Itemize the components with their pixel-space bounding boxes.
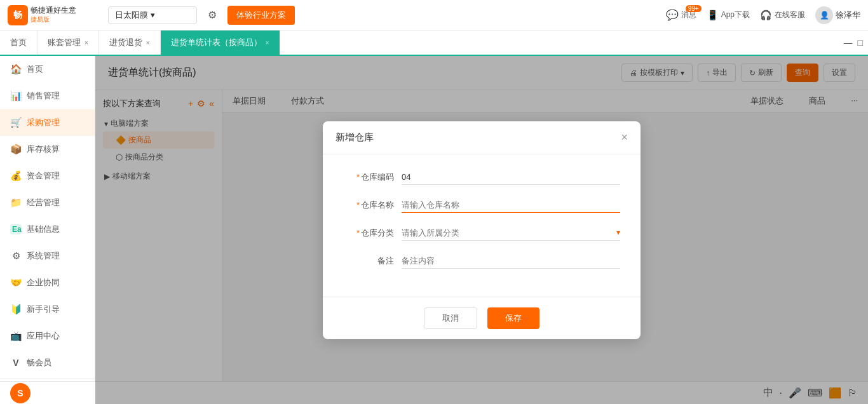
form-row-category: 仓库分类 ▾ [343, 226, 620, 241]
vip-icon: V [10, 358, 22, 368]
apps-icon: 📺 [10, 330, 22, 342]
category-input[interactable] [402, 228, 616, 238]
sidebar-item-inventory[interactable]: 📦 库存核算 [0, 136, 95, 163]
top-header: 畅 畅捷通好生意 捷易版 日太阳膜 ▾ ⚙ 体验行业方案 💬 99+ 消息 📱 … [0, 0, 868, 30]
name-label: 仓库名称 [343, 199, 394, 211]
sidebar-label-enterprise: 企业协同 [27, 277, 60, 288]
sidebar-label-business: 经营管理 [27, 197, 60, 208]
form-row-code: 仓库编码 [343, 170, 620, 185]
logo-sub-text: 捷易版 [31, 15, 76, 24]
purchase-icon: 🛒 [10, 117, 22, 128]
message-badge: 99+ [686, 5, 702, 12]
main-content: 进货单统计(按商品) 🖨 按模板打印 ▾ ↑ 导出 ↻ 刷新 查询 [95, 56, 868, 404]
user-name: 徐泽华 [836, 10, 860, 21]
online-service-item[interactable]: 🎧 在线客服 [760, 10, 805, 21]
sidebar-item-home[interactable]: 🏠 首页 [0, 56, 95, 83]
user-area[interactable]: 👤 徐泽华 [815, 6, 860, 24]
sidebar-label-home: 首页 [27, 64, 43, 75]
close-icon[interactable]: × [146, 39, 150, 46]
close-icon[interactable]: × [85, 39, 88, 46]
remark-label: 备注 [343, 255, 394, 267]
sidebar-item-finance[interactable]: 💰 资金管理 [0, 163, 95, 189]
dialog-footer: 取消 保存 [323, 297, 641, 339]
header-right: 💬 99+ 消息 📱 App下载 🎧 在线客服 👤 徐泽华 [666, 6, 860, 24]
add-warehouse-dialog: 新增仓库 × 仓库编码 仓库名称 仓库 [323, 121, 641, 339]
sidebar-label-apps: 应用中心 [27, 330, 60, 342]
avatar: 👤 [815, 6, 833, 24]
sidebar-label-system: 系统管理 [27, 250, 60, 262]
basic-info-icon: Ea [10, 224, 22, 234]
messages-item[interactable]: 💬 99+ 消息 [666, 9, 696, 21]
finance-icon: 💰 [10, 170, 22, 182]
name-input[interactable] [402, 198, 620, 213]
dialog-close-button[interactable]: × [621, 131, 628, 143]
code-input[interactable] [402, 170, 620, 185]
dialog-body: 仓库编码 仓库名称 仓库分类 ▾ [323, 154, 641, 297]
tab-actions: — □ [839, 30, 868, 55]
sidebar-label-sales: 销售管理 [27, 90, 60, 102]
sidebar-label-purchase: 采购管理 [27, 117, 60, 128]
enterprise-icon: 🤝 [10, 277, 22, 288]
logo-main-text: 畅捷通好生意 [31, 6, 76, 16]
trial-button[interactable]: 体验行业方案 [227, 6, 295, 25]
form-row-name: 仓库名称 [343, 198, 620, 213]
sidebar-item-system[interactable]: ⚙ 系统管理 [0, 243, 95, 269]
save-button[interactable]: 保存 [487, 307, 539, 329]
dialog-title: 新增仓库 [336, 131, 374, 144]
sidebar-label-basic-info: 基础信息 [27, 224, 60, 235]
sidebar: 🏠 首页 📊 销售管理 🛒 采购管理 📦 库存核算 💰 资金管理 📁 经营管理 … [0, 56, 95, 404]
sidebar-item-business[interactable]: 📁 经营管理 [0, 189, 95, 216]
dialog-header: 新增仓库 × [323, 121, 641, 154]
sidebar-label-guide: 新手引导 [27, 304, 60, 315]
sales-icon: 📊 [10, 90, 22, 102]
chevron-down-icon: ▾ [151, 10, 155, 20]
sidebar-item-sales[interactable]: 📊 销售管理 [0, 83, 95, 109]
maximize-button[interactable]: □ [858, 37, 863, 48]
home-icon: 🏠 [10, 64, 22, 75]
sidebar-label-vip: 畅会员 [27, 357, 51, 368]
sidebar-item-guide[interactable]: 🔰 新手引导 [0, 296, 95, 323]
sidebar-item-vip[interactable]: V 畅会员 [0, 349, 95, 376]
close-icon[interactable]: × [266, 39, 269, 46]
category-select[interactable]: ▾ [402, 226, 620, 241]
tab-purchase-stats[interactable]: 进货单统计表（按商品） × [161, 30, 280, 55]
tab-purchase-return[interactable]: 进货退货 × [99, 30, 161, 55]
store-selector[interactable]: 日太阳膜 ▾ [108, 6, 197, 24]
inventory-icon: 📦 [10, 144, 22, 155]
settings-icon[interactable]: ⚙ [202, 5, 222, 25]
code-label: 仓库编码 [343, 172, 394, 183]
category-label: 仓库分类 [343, 227, 394, 239]
sidebar-item-basic-info[interactable]: Ea 基础信息 [0, 216, 95, 243]
tab-home[interactable]: 首页 [0, 30, 37, 55]
store-name: 日太阳膜 [115, 10, 148, 21]
service-label: 在线客服 [775, 10, 805, 20]
app-label: App下载 [721, 10, 750, 20]
logo-icon: 畅 [8, 5, 28, 25]
tab-bar: 首页 账套管理 × 进货退货 × 进货单统计表（按商品） × — □ [0, 30, 868, 56]
app-download-item[interactable]: 📱 App下载 [707, 10, 750, 21]
tab-account[interactable]: 账套管理 × [37, 30, 99, 55]
business-icon: 📁 [10, 197, 22, 208]
sidebar-item-enterprise[interactable]: 🤝 企业协同 [0, 269, 95, 296]
main-layout: 🏠 首页 📊 销售管理 🛒 采购管理 📦 库存核算 💰 资金管理 📁 经营管理 … [0, 56, 868, 404]
logo-area: 畅 畅捷通好生意 捷易版 [8, 5, 103, 25]
minimize-button[interactable]: — [844, 37, 853, 48]
dialog-overlay: 新增仓库 × 仓库编码 仓库名称 仓库 [95, 56, 868, 404]
bottom-logo: S [10, 383, 31, 403]
sidebar-label-inventory: 库存核算 [27, 144, 60, 155]
guide-icon: 🔰 [10, 304, 22, 315]
system-icon: ⚙ [10, 250, 22, 262]
form-row-remark: 备注 [343, 253, 620, 269]
cancel-button[interactable]: 取消 [424, 307, 477, 329]
bottom-logo-area: S [10, 383, 31, 403]
sidebar-label-finance: 资金管理 [27, 170, 60, 182]
chevron-down-icon: ▾ [616, 228, 620, 237]
sidebar-item-apps[interactable]: 📺 应用中心 [0, 323, 95, 349]
sidebar-item-purchase[interactable]: 🛒 采购管理 [0, 109, 95, 136]
remark-input[interactable] [402, 253, 620, 269]
